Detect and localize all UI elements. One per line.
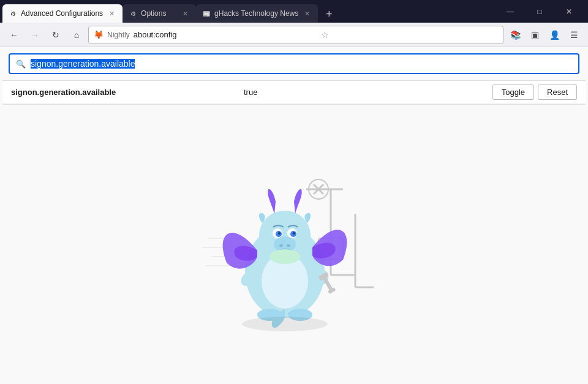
tab-options-favicon: ⚙ xyxy=(129,9,137,18)
tab-ghacks[interactable]: 📰 gHacks Technology News ✕ xyxy=(196,4,318,23)
tab-advanced[interactable]: ⚙ Advanced Configurations ✕ xyxy=(2,4,123,23)
tab-options-close[interactable]: ✕ xyxy=(180,9,190,18)
config-table: signon.generation.available true Toggle … xyxy=(2,80,586,105)
library-button[interactable]: 📚 xyxy=(506,26,524,44)
tab-ghacks-label: gHacks Technology News xyxy=(214,9,298,18)
toggle-button[interactable]: Toggle xyxy=(492,85,534,100)
search-bar-wrapper: 🔍 xyxy=(0,47,588,80)
tab-strip: ⚙ Advanced Configurations ✕ ⚙ Options ✕ … xyxy=(0,0,491,23)
minimize-button[interactable]: — xyxy=(496,0,524,23)
search-bar: 🔍 xyxy=(9,53,579,74)
sidebar-button[interactable]: ▣ xyxy=(526,26,544,44)
svg-point-26 xyxy=(270,249,300,264)
config-value: true xyxy=(244,88,492,97)
search-input[interactable] xyxy=(31,59,572,69)
title-bar: ⚙ Advanced Configurations ✕ ⚙ Options ✕ … xyxy=(0,0,588,23)
new-tab-button[interactable]: + xyxy=(320,6,337,23)
svg-point-22 xyxy=(293,232,295,235)
svg-point-32 xyxy=(242,317,328,331)
tab-ghacks-close[interactable]: ✕ xyxy=(302,9,312,18)
home-button[interactable]: ⌂ xyxy=(67,26,86,44)
page-content: 🔍 signon.generation.available true Toggl… xyxy=(0,47,588,384)
url-input[interactable] xyxy=(134,30,317,39)
dragon-illustration xyxy=(196,152,392,336)
config-actions: Toggle Reset xyxy=(492,85,577,100)
url-favicon-icon: 🦊 xyxy=(94,30,104,39)
svg-point-21 xyxy=(278,232,281,235)
maximize-button[interactable]: □ xyxy=(526,0,554,23)
svg-point-25 xyxy=(287,244,290,247)
close-button[interactable]: ✕ xyxy=(555,0,583,23)
nav-right-buttons: 📚 ▣ 👤 ☰ xyxy=(506,26,583,44)
account-button[interactable]: 👤 xyxy=(545,26,564,44)
reset-button[interactable]: Reset xyxy=(538,85,577,100)
url-bar[interactable]: 🦊 Nightly ☆ xyxy=(88,26,503,44)
tab-advanced-favicon: ⚙ xyxy=(9,9,17,18)
menu-button[interactable]: ☰ xyxy=(565,26,583,44)
table-row: signon.generation.available true Toggle … xyxy=(2,81,586,104)
search-icon: 🔍 xyxy=(16,59,26,69)
bookmark-star-icon[interactable]: ☆ xyxy=(321,30,329,40)
reload-button[interactable]: ↻ xyxy=(47,26,65,44)
svg-point-24 xyxy=(279,244,283,247)
url-protocol: Nightly xyxy=(107,31,130,39)
tab-ghacks-favicon: 📰 xyxy=(202,9,211,18)
tab-advanced-label: Advanced Configurations xyxy=(21,9,103,18)
forward-button[interactable]: → xyxy=(26,26,44,44)
nav-bar: ← → ↻ ⌂ 🦊 Nightly ☆ 📚 ▣ 👤 ☰ xyxy=(0,23,588,47)
back-button[interactable]: ← xyxy=(5,26,23,44)
tab-options-label: Options xyxy=(141,9,176,18)
illustration-area xyxy=(0,105,588,384)
window-controls: — □ ✕ xyxy=(491,0,588,23)
config-name: signon.generation.available xyxy=(11,88,244,97)
tab-options[interactable]: ⚙ Options ✕ xyxy=(123,4,196,23)
tab-advanced-close[interactable]: ✕ xyxy=(107,9,116,18)
